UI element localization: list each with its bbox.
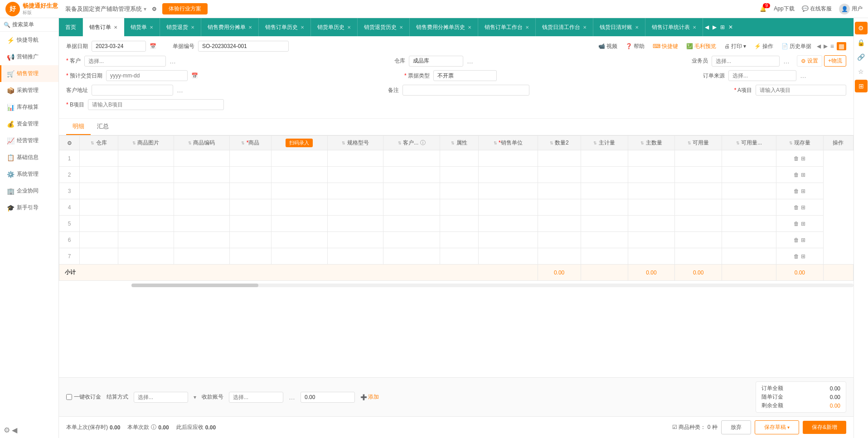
add-logistics-btn[interactable]: +物流 bbox=[824, 55, 846, 67]
table-cell[interactable] bbox=[327, 150, 383, 167]
table-cell[interactable] bbox=[628, 150, 675, 167]
table-cell[interactable] bbox=[118, 232, 174, 248]
notification-btn[interactable]: 🔔 9 bbox=[760, 6, 766, 12]
table-cell[interactable] bbox=[628, 248, 675, 265]
tab-close-sales-return[interactable]: ✕ bbox=[191, 25, 194, 30]
one-click-label[interactable]: 一键收订金 bbox=[66, 393, 101, 401]
order-source-more-icon[interactable]: … bbox=[800, 72, 806, 79]
table-cell[interactable] bbox=[581, 232, 628, 248]
table-cell[interactable] bbox=[675, 150, 722, 167]
sidebar-item-finance[interactable]: 💰 资金管理 bbox=[0, 116, 58, 132]
table-cell[interactable] bbox=[80, 150, 118, 167]
table-cell[interactable] bbox=[478, 232, 538, 248]
table-cell[interactable] bbox=[538, 232, 581, 248]
table-cell[interactable] bbox=[581, 199, 628, 216]
tab-close-sales-expense[interactable]: ✕ bbox=[248, 25, 252, 30]
table-cell[interactable] bbox=[478, 150, 538, 167]
table-cell[interactable] bbox=[174, 183, 229, 199]
table-cell[interactable] bbox=[675, 183, 722, 199]
table-cell[interactable] bbox=[271, 232, 327, 248]
row-copy-icon[interactable]: ⊞ bbox=[801, 155, 805, 162]
table-cell[interactable] bbox=[581, 183, 628, 199]
table-cell[interactable]: 🗑⊞ bbox=[776, 232, 823, 248]
history-btn[interactable]: 📄 历史单据 bbox=[779, 42, 814, 51]
shortcuts-btn[interactable]: ⌨ 快捷键 bbox=[650, 42, 681, 51]
table-cell[interactable] bbox=[538, 199, 581, 216]
add-btn[interactable]: ➕ 添加 bbox=[360, 393, 379, 401]
table-cell[interactable] bbox=[383, 248, 440, 265]
tab-close-invoice-history[interactable]: ✕ bbox=[347, 25, 351, 30]
table-cell[interactable] bbox=[440, 232, 478, 248]
help-btn[interactable]: ❓ 帮助 bbox=[623, 42, 647, 51]
table-cell[interactable]: 🗑⊞ bbox=[776, 199, 823, 216]
tab-sales-stats[interactable]: 销售订单统计表 ✕ bbox=[645, 18, 703, 36]
table-cell[interactable] bbox=[628, 183, 675, 199]
right-icon-qr[interactable]: ⊞ bbox=[855, 80, 868, 92]
table-cell[interactable] bbox=[383, 199, 440, 216]
sidebar-item-quick-nav[interactable]: ⚡ 快捷导航 bbox=[0, 32, 58, 48]
table-cell[interactable] bbox=[271, 183, 327, 199]
tab-close-expense-history[interactable]: ✕ bbox=[468, 25, 471, 30]
sidebar-item-marketing[interactable]: 📢 营销推广 bbox=[0, 48, 58, 65]
view-switch-grid[interactable]: ▦ bbox=[837, 42, 846, 50]
table-cell[interactable] bbox=[722, 232, 776, 248]
table-cell[interactable] bbox=[327, 248, 383, 265]
scrollbar-thumb[interactable] bbox=[131, 284, 258, 287]
table-cell[interactable] bbox=[722, 248, 776, 265]
history-nav-prev[interactable]: ◀ bbox=[817, 43, 821, 49]
save-draft-btn[interactable]: 保存草稿 ▾ bbox=[755, 420, 799, 434]
table-cell[interactable] bbox=[675, 199, 722, 216]
salesperson-more-icon[interactable]: … bbox=[783, 58, 790, 65]
table-cell[interactable] bbox=[538, 216, 581, 232]
sidebar-search[interactable]: 🔍 搜索菜单 bbox=[0, 18, 58, 32]
address-more-icon[interactable]: … bbox=[177, 87, 183, 94]
app-download-btn[interactable]: App下载 bbox=[774, 5, 794, 13]
row-delete-icon[interactable]: 🗑 bbox=[794, 221, 799, 227]
tab-nav-close-all[interactable]: ✕ bbox=[727, 24, 735, 30]
one-click-checkbox[interactable] bbox=[66, 394, 72, 400]
sidebar-item-enterprise[interactable]: 🏢 企业协同 bbox=[0, 183, 58, 199]
table-cell[interactable] bbox=[271, 150, 327, 167]
history-nav-next[interactable]: ▶ bbox=[824, 43, 828, 49]
table-cell[interactable] bbox=[440, 248, 478, 265]
date-input[interactable] bbox=[92, 41, 146, 52]
a-project-input[interactable] bbox=[756, 85, 846, 96]
customer-more-icon[interactable]: … bbox=[170, 58, 176, 65]
table-cell[interactable] bbox=[80, 248, 118, 265]
table-cell[interactable] bbox=[118, 216, 174, 232]
table-cell[interactable] bbox=[675, 232, 722, 248]
table-cell[interactable] bbox=[383, 150, 440, 167]
account-more-icon[interactable]: … bbox=[289, 394, 295, 401]
user-avatar[interactable]: 👤 用户 bbox=[839, 4, 863, 14]
table-cell[interactable] bbox=[440, 199, 478, 216]
warehouse-more-icon[interactable]: … bbox=[467, 58, 473, 65]
row-copy-icon[interactable]: ⊞ bbox=[801, 237, 805, 243]
tab-detail[interactable]: 明细 bbox=[66, 119, 91, 135]
tab-daily-reconcile[interactable]: 钱货日清对账 ✕ bbox=[593, 18, 645, 36]
table-cell[interactable] bbox=[174, 248, 229, 265]
save-new-btn[interactable]: 保存&新增 bbox=[803, 421, 846, 434]
table-cell[interactable] bbox=[271, 248, 327, 265]
tab-nav-prev[interactable]: ◀ bbox=[703, 24, 711, 30]
discard-btn[interactable]: 放弃 bbox=[721, 420, 751, 434]
table-cell[interactable] bbox=[628, 199, 675, 216]
horizontal-scrollbar[interactable] bbox=[59, 281, 853, 290]
table-cell[interactable] bbox=[174, 150, 229, 167]
calendar-icon[interactable]: 📅 bbox=[191, 72, 198, 79]
row-delete-icon[interactable]: 🗑 bbox=[794, 237, 799, 243]
table-cell[interactable] bbox=[675, 167, 722, 183]
table-cell[interactable] bbox=[581, 150, 628, 167]
table-cell[interactable] bbox=[229, 150, 271, 167]
table-cell[interactable] bbox=[440, 167, 478, 183]
right-icon-lock[interactable]: 🔒 bbox=[855, 36, 868, 49]
goods-icon[interactable]: ☑ bbox=[672, 424, 677, 430]
date-calendar-icon[interactable]: 📅 bbox=[150, 43, 156, 49]
table-cell[interactable] bbox=[80, 167, 118, 183]
sidebar-item-system[interactable]: ⚙️ 系统管理 bbox=[0, 166, 58, 183]
warehouse-input[interactable] bbox=[409, 56, 463, 67]
sidebar-item-operations[interactable]: 📈 经营管理 bbox=[0, 132, 58, 149]
tab-home[interactable]: 首页 bbox=[59, 18, 83, 36]
table-cell[interactable]: 🗑⊞ bbox=[776, 216, 823, 232]
table-cell[interactable] bbox=[538, 167, 581, 183]
sidebar-item-sales[interactable]: 🛒 销售管理 bbox=[0, 65, 58, 82]
